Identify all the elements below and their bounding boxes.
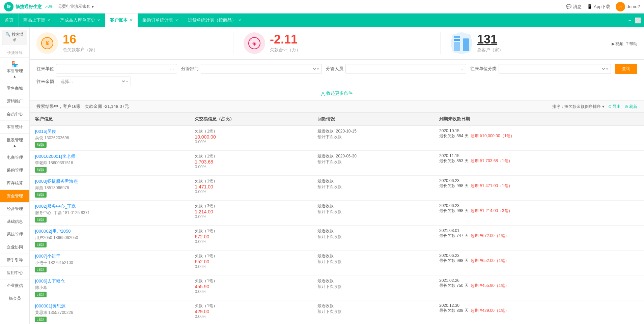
debt-amount-1[interactable]: 1,703.68 bbox=[195, 159, 306, 165]
sidebar-item-purchase-mgmt[interactable]: 采购管理 bbox=[0, 164, 29, 177]
overdue-link-3[interactable]: 超期 ¥1,214.00（3笔） bbox=[471, 208, 512, 213]
tab-close-production-history[interactable]: ✕ bbox=[97, 18, 100, 23]
sidebar-item-enterprise-wechat[interactable]: 企业微信 bbox=[0, 279, 29, 292]
sidebar-item-retail-mall[interactable]: 零售商城 bbox=[0, 82, 29, 95]
debt-amount-6[interactable]: 455.90 bbox=[195, 284, 306, 289]
filter-person-input[interactable]: ··· bbox=[345, 64, 467, 73]
tab-close-customer-account[interactable]: ✕ bbox=[130, 18, 133, 23]
filter-dept-select[interactable]: ▾ bbox=[201, 64, 322, 74]
customer-name-link-1[interactable]: [0001020001]李老师 bbox=[35, 153, 184, 159]
unit-category-select-field[interactable] bbox=[502, 66, 606, 72]
sidebar-item-marketing[interactable]: 营销推广 bbox=[0, 95, 29, 108]
sidebar-item-vip-member[interactable]: 畅会员 bbox=[0, 292, 29, 305]
due-date-0: 2020.10.15 bbox=[439, 128, 639, 133]
stat-number-2: -2.11 bbox=[270, 33, 301, 46]
filter-unit-category-select[interactable]: ▾ bbox=[499, 64, 611, 74]
sidebar-search[interactable]: 🔍 搜索菜单 bbox=[0, 27, 29, 48]
dept-select-field[interactable] bbox=[204, 66, 317, 72]
customer-phone-5: 小进干 18279152100 bbox=[35, 260, 184, 266]
refresh-btn[interactable]: ⊙ 刷新 bbox=[625, 104, 637, 110]
customer-badge-5: 现款 bbox=[35, 267, 47, 272]
tab-minimize-icon[interactable]: － bbox=[627, 17, 633, 24]
sidebar-item-basic-info[interactable]: 基础信息 bbox=[0, 215, 29, 228]
debt-amount-4[interactable]: 672.00 bbox=[195, 234, 306, 239]
debt-label-1: 欠款（1笔） bbox=[195, 153, 306, 159]
user-avatar[interactable]: d demo2 bbox=[616, 2, 640, 11]
overdue-link-7[interactable]: 超期 ¥429.00（1笔） bbox=[471, 308, 509, 313]
sort-select[interactable]: 排序：按欠款金额倒序排序 ▾ bbox=[552, 104, 604, 110]
customer-phone-4: 用户2050 18665062050 bbox=[35, 235, 184, 241]
sidebar-item-operation-mgmt[interactable]: 经营管理 bbox=[0, 203, 29, 215]
tab-customer-account[interactable]: 客户账本 ✕ bbox=[105, 13, 138, 27]
stat-info-3: 131 总客户（家） bbox=[477, 33, 503, 53]
customer-name-link-5[interactable]: [0007]小进干 bbox=[35, 253, 184, 259]
overdue-link-0[interactable]: 超期 ¥10,000.00（1笔） bbox=[471, 134, 514, 138]
tab-close-purchase-order[interactable]: ✕ bbox=[175, 18, 178, 23]
customer-name-link-4[interactable]: [000002]用户2050 bbox=[35, 228, 184, 234]
tab-products-shelf[interactable]: 商品上下架 ✕ bbox=[19, 13, 55, 27]
stat-label-2: 欠款合计（万） bbox=[270, 47, 301, 53]
results-info: 搜索结果中，客户16家 欠款金额 -21,148.07元 bbox=[36, 104, 129, 110]
filter-label-dept: 分管部门 bbox=[181, 66, 199, 72]
app-download-btn[interactable]: 📱 App下载 bbox=[587, 4, 610, 10]
cell-payback-3: 最近收款 预计下次收款 bbox=[312, 201, 434, 226]
sidebar-item-app-center[interactable]: 应用中心 bbox=[0, 267, 29, 279]
tab-purchase-stats[interactable]: 进货单统计表（按商品） ✕ bbox=[183, 13, 246, 27]
person-dots[interactable]: ··· bbox=[459, 66, 464, 71]
overdue-link-6[interactable]: 超期 ¥455.90（1笔） bbox=[471, 283, 509, 288]
customer-name-link-3[interactable]: [0002]服务中心_丁磊 bbox=[35, 203, 184, 209]
customer-phone-7: 黄思源 13552700226 bbox=[35, 310, 184, 316]
debt-amount-0[interactable]: 10,000.00 bbox=[195, 134, 306, 140]
overdue-link-1[interactable]: 超期 ¥1,703.68（1笔） bbox=[471, 158, 512, 163]
logo-icon: 好 bbox=[4, 2, 13, 11]
balance-select-field[interactable]: 选择... bbox=[59, 79, 126, 84]
help-btn[interactable]: ? 帮助 bbox=[626, 41, 637, 47]
debt-amount-7[interactable]: 429.00 bbox=[195, 309, 306, 314]
sidebar-item-retail-stats[interactable]: 零售统计 bbox=[0, 121, 29, 134]
overdue-link-5[interactable]: 超期 ¥652.00（1笔） bbox=[471, 258, 509, 263]
filter-source-unit-input[interactable]: ··· bbox=[56, 64, 177, 73]
person-field[interactable] bbox=[348, 66, 459, 71]
tab-close-purchase-stats[interactable]: ✕ bbox=[238, 18, 241, 23]
cell-customer-2: [0003]畅捷服务尹海燕 海燕 18513066976 现款 bbox=[30, 176, 189, 201]
overdue-link-2[interactable]: 超期 ¥1,471.00（1笔） bbox=[471, 183, 512, 188]
source-unit-field[interactable] bbox=[59, 66, 170, 71]
sidebar-item-system-mgmt[interactable]: 系统管理 bbox=[0, 228, 29, 241]
tab-maximize-icon[interactable]: ⬜ bbox=[635, 17, 641, 24]
customer-name-link-7[interactable]: [000001]黄思源 bbox=[35, 303, 184, 309]
sidebar-item-retail-mgmt[interactable]: 🏪 零售管理 ▲ bbox=[0, 58, 29, 82]
overdue-days-3: 最长欠款 998 天 超期 ¥1,214.00（3笔） bbox=[439, 208, 639, 214]
debt-amount-5[interactable]: 652.00 bbox=[195, 259, 306, 264]
debt-percent-0: 0.00% bbox=[195, 140, 306, 144]
collapse-btn[interactable]: ⋀ 收起更多条件 bbox=[36, 89, 637, 98]
payback-next-6: 预计下次收款 bbox=[317, 284, 428, 290]
message-btn[interactable]: 💬 消息 bbox=[566, 4, 582, 10]
tab-production-history[interactable]: 产成品入库单历史 ✕ bbox=[55, 13, 105, 27]
debt-amount-3[interactable]: 1,214.00 bbox=[195, 209, 306, 214]
customer-name-link-2[interactable]: [0003]畅捷服务尹海燕 bbox=[35, 178, 184, 184]
company-selector[interactable]: 母婴行业演示账套 ▾ bbox=[58, 4, 94, 9]
tab-close-products-shelf[interactable]: ✕ bbox=[47, 18, 50, 23]
sidebar-item-ecommerce[interactable]: 电商管理 bbox=[0, 151, 29, 164]
sidebar-item-batch-mgmt[interactable]: 批发管理 ▲ bbox=[0, 134, 29, 151]
sidebar-item-inventory[interactable]: 库存核算 bbox=[0, 177, 29, 190]
video-btn[interactable]: ▶ 视频 bbox=[612, 41, 623, 47]
sidebar-item-enterprise-collab[interactable]: 企业协同 bbox=[0, 241, 29, 254]
top-header: 好 畅捷通好生意 示账 母婴行业演示账套 ▾ 💬 消息 📱 App下载 d de… bbox=[0, 0, 644, 13]
sidebar-item-capital-mgmt[interactable]: 资金管理 bbox=[0, 190, 29, 203]
source-unit-dots[interactable]: ··· bbox=[170, 66, 174, 71]
export-btn[interactable]: ⊙ 导出 bbox=[608, 104, 621, 110]
customer-name-link-6[interactable]: [0006]去下粮仓 bbox=[35, 278, 184, 284]
customer-name-link-0[interactable]: [0016]吴俊 bbox=[35, 128, 184, 135]
overdue-link-4[interactable]: 超期 ¥672.00（1笔） bbox=[471, 233, 509, 238]
filter-balance-select[interactable]: 选择... ▾ bbox=[56, 77, 131, 86]
tab-purchase-order[interactable]: 采购订单统计表 ✕ bbox=[138, 13, 183, 27]
sidebar-item-member-center[interactable]: 会员中心 bbox=[0, 108, 29, 121]
tab-home[interactable]: 首页 bbox=[0, 13, 19, 27]
debt-amount-2[interactable]: 1,471.00 bbox=[195, 184, 306, 189]
sidebar-item-new-guide[interactable]: 新手引导 bbox=[0, 254, 29, 267]
svg-rect-6 bbox=[463, 38, 469, 51]
stat-number-3: 131 bbox=[477, 33, 503, 46]
search-button[interactable]: 查询 bbox=[615, 64, 637, 74]
sidebar-search-btn[interactable]: 🔍 搜索菜单 bbox=[2, 30, 27, 45]
